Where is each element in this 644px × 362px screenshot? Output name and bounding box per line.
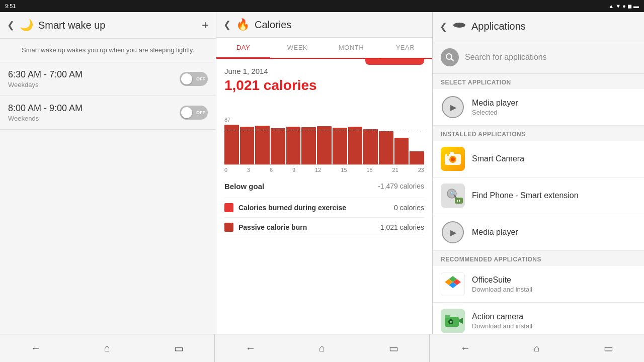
calories-tabs: DAY WEEK MONTH YEAR xyxy=(216,38,432,59)
chart-bar-2 xyxy=(255,126,270,164)
installed-app-2[interactable]: Media player xyxy=(433,214,644,251)
svg-rect-27 xyxy=(445,315,450,318)
smart-camera-icon xyxy=(441,147,465,171)
nav-back-2[interactable]: ← xyxy=(240,338,261,358)
officesuite-icon xyxy=(441,272,465,296)
panel-calories: ❮ 🔥 Calories DAY WEEK MONTH YEAR June 1,… xyxy=(216,12,433,334)
chart-bar-4 xyxy=(286,127,301,164)
chart-bar-12 xyxy=(410,151,424,164)
tab-year[interactable]: YEAR xyxy=(378,38,432,58)
selected-app-item[interactable]: Media player Selected xyxy=(433,89,644,126)
nav-section-2: ← ⌂ ▭ xyxy=(215,334,430,362)
chart-bar-9 xyxy=(363,129,378,164)
chart-bar-5 xyxy=(301,127,316,164)
panel-smart-wakeup: ❮ 🌙 Smart wake up + Smart wake up wakes … xyxy=(0,12,216,334)
search-icon xyxy=(441,48,459,66)
alarm-toggle-0[interactable] xyxy=(180,72,208,86)
legend-val-1: 1,021 calories xyxy=(380,223,424,231)
panel2-icon: 🔥 xyxy=(236,18,250,31)
main-content: ❮ 🌙 Smart wake up + Smart wake up wakes … xyxy=(0,12,644,334)
chart-bar-8 xyxy=(348,127,363,164)
chart-bar-10 xyxy=(379,131,393,164)
panel2-title: Calories xyxy=(255,19,425,31)
alarm-time-1: 8:00 AM - 9:00 AM xyxy=(8,103,83,114)
alarm-day-0: Weekdays xyxy=(8,81,83,88)
alarm-day-1: Weekends xyxy=(8,115,83,122)
recommended-app-1-info: Action camera Download and install xyxy=(472,312,636,330)
legend-label-0: Calories burned during exercise xyxy=(238,204,389,212)
cal-date: June 1, 2014 xyxy=(224,67,317,75)
nav-home-2[interactable]: ⌂ xyxy=(312,338,332,358)
selected-app-sub: Selected xyxy=(472,109,636,116)
below-goal-label: Below goal xyxy=(224,182,264,191)
tab-week[interactable]: WEEK xyxy=(270,38,324,58)
toggle-knob-1 xyxy=(181,107,192,118)
nav-home-1[interactable]: ⌂ xyxy=(97,338,117,358)
legend-dot-0 xyxy=(224,203,233,212)
chart-bar-0 xyxy=(224,125,239,164)
alarm-info-0: 6:30 AM - 7:00 AM Weekdays xyxy=(8,69,83,88)
installed-app-0-name: Smart Camera xyxy=(472,154,636,163)
panel1-header: ❮ 🌙 Smart wake up + xyxy=(0,12,216,39)
recommended-app-0[interactable]: OfficeSuite Download and install xyxy=(433,266,644,303)
nav-recents-2[interactable]: ▭ xyxy=(383,338,404,358)
media-player-icon-installed xyxy=(441,220,465,244)
svg-rect-14 xyxy=(457,200,458,202)
tab-month[interactable]: MONTH xyxy=(325,38,378,58)
recommended-apps-header: RECOMMENDED APPLICATIONS xyxy=(433,251,644,266)
cal-goal-badge: 🏅 2,500 xyxy=(365,59,424,65)
svg-rect-15 xyxy=(459,200,460,202)
tab-day[interactable]: DAY xyxy=(216,38,270,59)
recommended-app-1-name: Action camera xyxy=(472,312,636,321)
recommended-app-1[interactable]: Action camera Download and install xyxy=(433,303,644,334)
nav-recents-3[interactable]: ▭ xyxy=(598,338,618,358)
installed-app-0-info: Smart Camera xyxy=(472,154,636,163)
alarm-item-1[interactable]: 8:00 AM - 9:00 AM Weekends xyxy=(0,96,216,130)
installed-app-0[interactable]: Smart Camera xyxy=(433,141,644,177)
panel1-icon: 🌙 xyxy=(20,19,33,32)
legend-val-0: 0 calories xyxy=(394,204,424,212)
nav-bar: ← ⌂ ▭ ← ⌂ ▭ ← ⌂ ▭ xyxy=(0,334,644,362)
panel3-back[interactable]: ❮ xyxy=(440,21,447,32)
installed-app-2-info: Media player xyxy=(472,228,636,237)
svg-line-2 xyxy=(451,59,454,61)
installed-app-1-name: Find Phone - Smart extension xyxy=(472,191,636,200)
cal-amount: 1,021 calories xyxy=(224,77,317,94)
panel1-add-button[interactable]: + xyxy=(202,18,209,32)
chart-bar-7 xyxy=(333,128,347,164)
panel2-back[interactable]: ❮ xyxy=(223,19,231,30)
wakeup-description: Smart wake up wakes you up when you are … xyxy=(0,39,216,62)
installed-app-1-info: Find Phone - Smart extension xyxy=(472,191,636,200)
alarm-item-0[interactable]: 6:30 AM - 7:00 AM Weekdays xyxy=(0,62,216,96)
recommended-app-1-sub: Download and install xyxy=(472,322,636,330)
legend-item-0: Calories burned during exercise 0 calori… xyxy=(224,198,424,218)
bar-chart xyxy=(224,125,424,165)
chart-bar-3 xyxy=(271,128,285,164)
nav-home-3[interactable]: ⌂ xyxy=(527,338,547,358)
nav-back-1[interactable]: ← xyxy=(26,338,46,358)
media-icon-circle xyxy=(442,221,464,243)
status-icons: ▲ ▼ ● ◼ ▬ xyxy=(608,3,639,10)
panel-applications: ❮ Applications Search for applications xyxy=(433,12,644,334)
search-label[interactable]: Search for applications xyxy=(465,53,547,62)
svg-rect-8 xyxy=(447,154,449,156)
legend-item-1: Passive calorie burn 1,021 calories xyxy=(224,218,424,237)
nav-back-3[interactable]: ← xyxy=(455,338,475,358)
chart-bar-11 xyxy=(394,138,409,164)
svg-point-6 xyxy=(451,157,455,161)
panel3-icon xyxy=(452,18,466,35)
status-time: 9:51 xyxy=(5,3,16,9)
toggle-knob-0 xyxy=(181,73,192,84)
chart-area: 87 0 3 6 9 12 15 18 21 23 xyxy=(224,112,424,175)
selected-app-name: Media player xyxy=(472,99,636,108)
nav-section-3: ← ⌂ ▭ xyxy=(430,334,644,362)
legend-label-1: Passive calorie burn xyxy=(238,223,375,231)
find-phone-icon: 🔍 xyxy=(441,184,465,208)
nav-recents-1[interactable]: ▭ xyxy=(169,338,189,358)
panel1-back[interactable]: ❮ xyxy=(7,20,15,31)
search-row[interactable]: Search for applications xyxy=(433,41,644,74)
alarm-toggle-1[interactable] xyxy=(180,106,208,120)
alarm-info-1: 8:00 AM - 9:00 AM Weekends xyxy=(8,103,83,122)
installed-app-1[interactable]: 🔍 Find Phone - Smart extension xyxy=(433,177,644,214)
select-app-header: SELECT APPLICATION xyxy=(433,74,644,89)
